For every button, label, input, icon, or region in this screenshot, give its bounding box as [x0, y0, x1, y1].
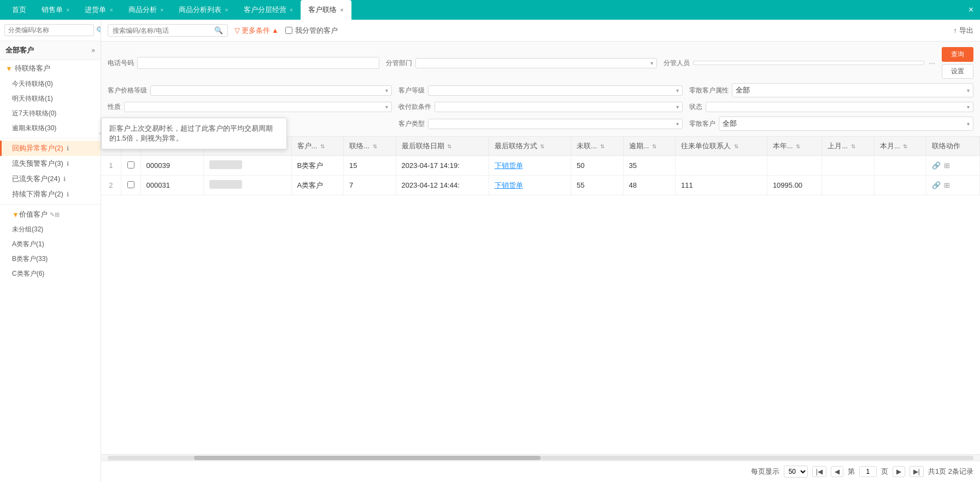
table-row: 2 000031 A类客户 7 2023-04-12 14:44: 下销货单 [101, 176, 980, 195]
close-customer-contact[interactable]: × [340, 7, 343, 13]
retail-attr-select[interactable]: 全部 ▾ [732, 83, 973, 97]
edit-value-group-icon[interactable]: ✎ [50, 211, 55, 218]
content-area: 🔍 ▽ 更多条件 ▲ 我分管的客户 ↑ 导出 电话号码 [101, 20, 980, 482]
th-this-month: 本月... ⇅ [874, 137, 926, 156]
query-button[interactable]: 查询 [942, 47, 973, 62]
sort-this-year-icon[interactable]: ⇅ [796, 143, 800, 149]
filter-manager: 分管人员 ··· [664, 59, 935, 68]
retail-customer-select[interactable]: 全部 ▾ [719, 117, 973, 131]
row-1-contact-person [676, 156, 767, 176]
row-1-last-method-link[interactable]: 下销货单 [495, 161, 523, 170]
sidebar-item-class-c[interactable]: C类客户(6) [0, 266, 101, 281]
sidebar-item-ungroup[interactable]: 未分组(32) [0, 222, 101, 237]
row-1-this-month [874, 156, 926, 176]
filter-search-icon[interactable]: 🔍 [214, 26, 223, 34]
row-2-link-icon[interactable]: 🔗 [932, 181, 941, 189]
row-1-last-method: 下销货单 [489, 156, 571, 176]
window-close-button[interactable]: × [969, 5, 973, 15]
my-customers-checkbox[interactable] [285, 27, 292, 34]
prev-page-button[interactable]: ◀ [831, 466, 843, 477]
sidebar-item-churned[interactable]: 已流失客户(24) ℹ [0, 171, 101, 187]
sidebar-item-tomorrow[interactable]: 明天待联络(1) [0, 91, 101, 106]
row-1-name [204, 156, 291, 176]
collapse-icon[interactable]: » [91, 47, 95, 54]
filter-search-input[interactable] [113, 27, 214, 34]
next-page-button[interactable]: ▶ [893, 466, 905, 477]
nav-sales-order[interactable]: 销售单 × [34, 0, 77, 20]
manager-select[interactable] [693, 61, 924, 65]
sort-this-month-icon[interactable]: ⇅ [903, 143, 907, 149]
payment-select[interactable]: ▾ [435, 102, 683, 112]
settings-button[interactable]: 设置 [942, 64, 973, 79]
sidebar-item-overdue[interactable]: 逾期未联络(30) [0, 121, 101, 136]
nav-customer-contact[interactable]: 客户联络 × [301, 0, 351, 20]
horizontal-scrollbar[interactable] [101, 454, 980, 461]
row-1-link-icon[interactable]: 🔗 [932, 161, 941, 170]
close-sales-order[interactable]: × [66, 7, 69, 13]
sidebar-item-class-a[interactable]: A类客户(1) [0, 237, 101, 252]
nav-product-analysis[interactable]: 商品分析 × [121, 0, 171, 20]
row-1-name-blurred [209, 160, 242, 169]
gender-select[interactable]: ▾ [124, 102, 392, 112]
filter-retail-attr: 零散客户属性 全部 ▾ [689, 83, 973, 97]
export-button[interactable]: ↑ 导出 [954, 26, 974, 36]
filter-phone: 电话号码 [108, 57, 379, 69]
sort-contact-person-icon[interactable]: ⇅ [734, 143, 738, 149]
sidebar-item-class-b[interactable]: B类客户(33) [0, 252, 101, 266]
sidebar-item-7days[interactable]: 近7天待联络(0) [0, 106, 101, 121]
last-page-button[interactable]: ▶| [909, 466, 924, 477]
nav-customer-segment[interactable]: 客户分层经营 × [236, 0, 301, 20]
sidebar-item-declining[interactable]: 持续下滑客户(2) ℹ [0, 187, 101, 202]
row-2-checkbox[interactable] [127, 181, 134, 188]
sidebar-item-repurchase-anomaly[interactable]: 回购异常客户(2) ℹ [0, 141, 101, 156]
dept-chevron-icon: ▾ [650, 60, 653, 66]
sidebar-group-value-customers[interactable]: ▼ 价值客户 ✎ ⊞ [0, 207, 101, 222]
customer-type-select[interactable]: ▾ [428, 119, 683, 129]
price-level-select[interactable]: ▾ [150, 85, 392, 96]
per-page-select[interactable]: 50 [784, 466, 808, 478]
sort-last-month-icon[interactable]: ⇅ [851, 143, 855, 149]
customer-level-select[interactable]: ▾ [428, 85, 683, 96]
nav-home[interactable]: 首页 [4, 0, 34, 20]
row-2-grid-icon[interactable]: ⊞ [944, 181, 950, 189]
sort-level-icon[interactable]: ⇅ [320, 143, 325, 149]
first-page-button[interactable]: |◀ [812, 466, 826, 477]
page-number-input[interactable] [859, 466, 877, 477]
sidebar-item-churn-warning[interactable]: 流失预警客户(3) ℹ [0, 156, 101, 171]
filter-row-3: 性质 ▾ 收付款条件 ▾ 状态 [108, 102, 973, 112]
close-purchase-order[interactable]: × [109, 7, 113, 13]
payment-chevron-icon: ▾ [676, 104, 679, 110]
row-1-this-year [767, 156, 822, 176]
close-product-analysis[interactable]: × [160, 7, 163, 13]
sidebar-group-pending[interactable]: ▼ 待联络客户 [0, 60, 101, 77]
manager-dots-button[interactable]: ··· [929, 59, 935, 67]
phone-input[interactable] [137, 57, 379, 69]
nav-purchase-order[interactable]: 进货单 × [77, 0, 120, 20]
sidebar-search-icon[interactable]: 🔍 [96, 26, 101, 34]
sort-last-method-icon[interactable]: ⇅ [540, 143, 544, 149]
more-conditions-button[interactable]: ▽ 更多条件 ▲ [234, 26, 279, 36]
gender-chevron-icon: ▾ [385, 104, 388, 110]
dept-select[interactable]: ▾ [415, 58, 658, 68]
row-1-grid-icon[interactable]: ⊞ [944, 161, 950, 170]
sort-last-date-icon[interactable]: ⇅ [447, 143, 451, 149]
nav-product-analysis-list[interactable]: 商品分析列表 × [171, 0, 236, 20]
th-last-month: 上月... ⇅ [822, 137, 874, 156]
close-product-analysis-list[interactable]: × [225, 7, 228, 13]
filter-retail-customer: 零散客户 全部 ▾ [689, 117, 973, 131]
close-customer-segment[interactable]: × [290, 7, 293, 13]
total-records-label: 共1页 2条记录 [928, 467, 973, 477]
row-1-checkbox[interactable] [127, 161, 134, 169]
settings-value-group-icon[interactable]: ⊞ [55, 211, 60, 218]
sidebar-search-input[interactable] [4, 24, 94, 36]
row-2-last-method-link[interactable]: 下销货单 [495, 181, 523, 189]
row-num-1: 1 [101, 156, 121, 176]
sort-pending-icon[interactable]: ⇅ [600, 143, 605, 149]
sidebar-all-customers-header: 全部客户 » [0, 41, 101, 60]
sort-contact-icon[interactable]: ⇅ [373, 143, 377, 149]
th-actions: 联络动作 [926, 137, 980, 156]
customer-level-chevron-icon: ▾ [676, 88, 679, 94]
sort-overdue-icon[interactable]: ⇅ [652, 143, 656, 149]
sidebar-item-today[interactable]: 今天待联络(0) [0, 77, 101, 91]
status-select[interactable]: ▾ [706, 102, 973, 112]
